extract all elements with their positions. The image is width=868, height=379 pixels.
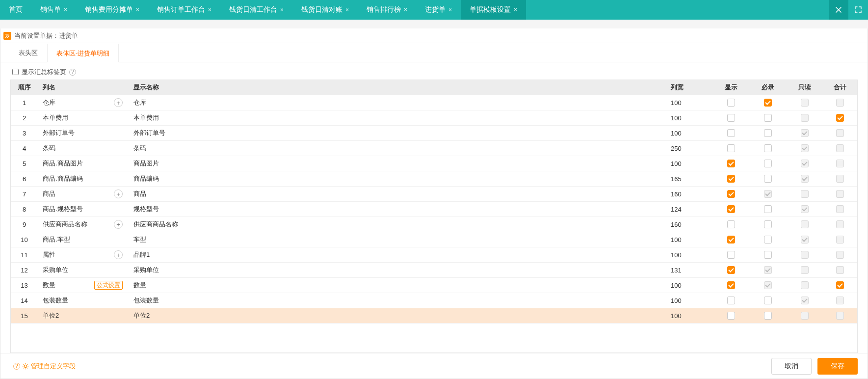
checkbox[interactable] xyxy=(764,312,772,320)
cell-width[interactable]: 100 xyxy=(666,127,712,140)
close-icon[interactable]: × xyxy=(345,6,349,13)
top-tab[interactable]: 首页 xyxy=(0,0,31,20)
close-icon[interactable]: × xyxy=(136,6,139,13)
close-all-tabs-button[interactable] xyxy=(829,0,848,20)
checkbox[interactable] xyxy=(836,281,844,289)
top-tab[interactable]: 钱货日清工作台× xyxy=(220,0,292,20)
cell-width[interactable]: 100 xyxy=(666,157,712,170)
cell-display-name[interactable]: 包装数量 xyxy=(129,293,666,308)
cell-display-name[interactable]: 数量 xyxy=(129,278,666,293)
close-icon[interactable]: × xyxy=(404,6,407,13)
cell-display-name[interactable]: 仓库 xyxy=(129,95,666,110)
help-icon[interactable]: ? xyxy=(13,363,20,370)
cell-width[interactable]: 100 xyxy=(666,111,712,125)
top-tab[interactable]: 销售单× xyxy=(31,0,76,20)
formula-setting-tag[interactable]: 公式设置 xyxy=(94,281,123,290)
cell-width[interactable]: 100 xyxy=(666,248,712,262)
checkbox[interactable] xyxy=(764,175,772,183)
close-icon[interactable]: × xyxy=(514,6,517,13)
top-tab[interactable]: 销售订单工作台× xyxy=(148,0,220,20)
cell-display-name[interactable]: 商品图片 xyxy=(129,156,666,171)
add-icon[interactable]: + xyxy=(114,220,123,229)
cancel-button[interactable]: 取消 xyxy=(771,358,812,375)
grid-body[interactable]: 1仓库+仓库1002本单费用本单费用1003外部订单号外部订单号1004条码条码… xyxy=(11,95,857,352)
sub-tab[interactable]: 表头区 xyxy=(9,43,47,62)
checkbox[interactable] xyxy=(764,129,772,137)
table-row[interactable]: 8商品.规格型号规格型号124 xyxy=(11,202,857,217)
checkbox[interactable] xyxy=(727,297,735,304)
table-row[interactable]: 5商品.商品图片商品图片100 xyxy=(11,156,857,171)
cell-display-name[interactable]: 规格型号 xyxy=(129,202,666,217)
cell-display-name[interactable]: 供应商商品名称 xyxy=(129,217,666,232)
cell-width[interactable]: 124 xyxy=(666,203,712,216)
sub-tab[interactable]: 表体区-进货单明细 xyxy=(47,43,119,62)
top-tab[interactable]: 单据模板设置× xyxy=(461,0,526,20)
table-row[interactable]: 1仓库+仓库100 xyxy=(11,95,857,110)
show-summary-tab-checkbox[interactable] xyxy=(12,69,19,75)
table-row[interactable]: 6商品.商品编码商品编码165 xyxy=(11,171,857,187)
top-tab[interactable]: 钱货日清对账× xyxy=(292,0,358,20)
checkbox[interactable] xyxy=(727,175,735,183)
table-row[interactable]: 13数量公式设置数量100 xyxy=(11,278,857,293)
checkbox[interactable] xyxy=(727,190,735,198)
checkbox[interactable] xyxy=(727,129,735,137)
cell-width[interactable]: 100 xyxy=(666,233,712,246)
cell-display-name[interactable]: 单位2 xyxy=(129,308,666,323)
cell-display-name[interactable]: 采购单位 xyxy=(129,263,666,277)
close-icon[interactable]: × xyxy=(64,6,67,13)
checkbox[interactable] xyxy=(727,251,735,259)
checkbox[interactable] xyxy=(727,160,735,167)
close-icon[interactable]: × xyxy=(448,6,452,13)
cell-width[interactable]: 100 xyxy=(666,96,712,109)
help-icon[interactable]: ? xyxy=(69,69,76,76)
manage-custom-fields-link[interactable]: 管理自定义字段 xyxy=(31,362,76,371)
table-row[interactable]: 2本单费用本单费用100 xyxy=(11,110,857,126)
checkbox[interactable] xyxy=(727,114,735,122)
table-row[interactable]: 12采购单位采购单位131 xyxy=(11,263,857,278)
cell-width[interactable]: 250 xyxy=(666,142,712,155)
add-icon[interactable]: + xyxy=(114,98,123,107)
close-icon[interactable]: × xyxy=(280,6,284,13)
close-icon[interactable]: × xyxy=(208,6,211,13)
table-row[interactable]: 9供应商商品名称+供应商商品名称160 xyxy=(11,217,857,232)
checkbox[interactable] xyxy=(727,144,735,152)
checkbox[interactable] xyxy=(764,236,772,244)
cell-display-name[interactable]: 品牌1 xyxy=(129,247,666,262)
add-icon[interactable]: + xyxy=(114,250,123,259)
cell-display-name[interactable]: 商品 xyxy=(129,187,666,201)
checkbox[interactable] xyxy=(727,281,735,289)
checkbox[interactable] xyxy=(764,114,772,122)
table-row[interactable]: 4条码条码250 xyxy=(11,141,857,156)
table-row[interactable]: 3外部订单号外部订单号100 xyxy=(11,126,857,141)
cell-width[interactable]: 160 xyxy=(666,188,712,201)
fullscreen-button[interactable] xyxy=(848,0,868,20)
checkbox[interactable] xyxy=(764,205,772,213)
checkbox[interactable] xyxy=(727,220,735,228)
checkbox[interactable] xyxy=(727,99,735,107)
checkbox[interactable] xyxy=(727,266,735,274)
cell-display-name[interactable]: 条码 xyxy=(129,141,666,156)
save-button[interactable]: 保存 xyxy=(817,358,858,375)
table-row[interactable]: 10商品.车型车型100 xyxy=(11,232,857,247)
cell-width[interactable]: 100 xyxy=(666,294,712,307)
checkbox[interactable] xyxy=(764,160,772,167)
add-icon[interactable]: + xyxy=(114,190,123,198)
table-row[interactable]: 15单位2单位2100 xyxy=(11,308,857,324)
checkbox[interactable] xyxy=(836,114,844,122)
table-row[interactable]: 7商品+商品160 xyxy=(11,187,857,202)
cell-width[interactable]: 131 xyxy=(666,264,712,277)
checkbox[interactable] xyxy=(764,99,772,107)
collapse-handle[interactable] xyxy=(3,32,11,40)
top-tab[interactable]: 销售排行榜× xyxy=(358,0,416,20)
top-tab[interactable]: 销售费用分摊单× xyxy=(76,0,148,20)
checkbox[interactable] xyxy=(764,251,772,259)
cell-display-name[interactable]: 本单费用 xyxy=(129,110,666,125)
checkbox[interactable] xyxy=(727,312,735,320)
cell-width[interactable]: 165 xyxy=(666,172,712,186)
table-row[interactable]: 14包装数量包装数量100 xyxy=(11,293,857,308)
checkbox[interactable] xyxy=(727,236,735,244)
top-tab[interactable]: 进货单× xyxy=(416,0,461,20)
cell-width[interactable]: 100 xyxy=(666,279,712,292)
cell-width[interactable]: 160 xyxy=(666,218,712,231)
cell-width[interactable]: 100 xyxy=(666,309,712,323)
